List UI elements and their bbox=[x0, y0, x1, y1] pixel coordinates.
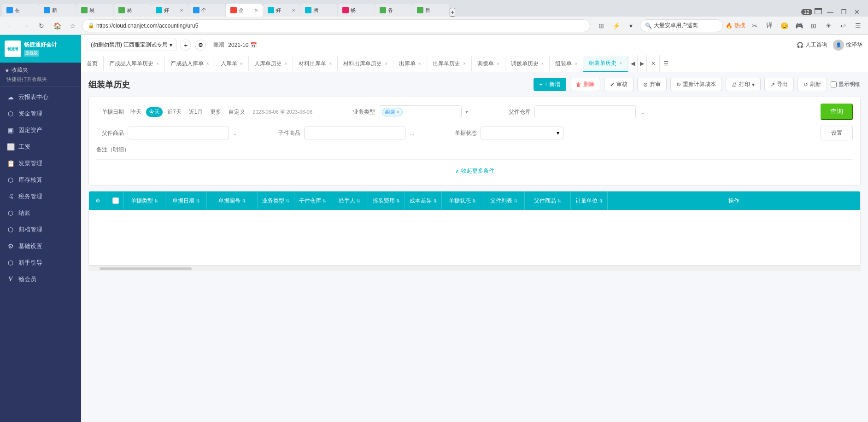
browser-tab-xin[interactable]: 新 bbox=[39, 4, 76, 17]
page-tab-in-history[interactable]: 入库单历史 × bbox=[249, 56, 293, 71]
forward-button[interactable]: → bbox=[19, 19, 32, 32]
tab-close-icon[interactable]: ✕ bbox=[180, 8, 183, 13]
sidebar-item-member[interactable]: V 畅会员 bbox=[0, 271, 81, 288]
browser-tab-zai[interactable]: 在 bbox=[2, 4, 39, 17]
collapse-button[interactable]: ∧ 收起更多条件 bbox=[96, 163, 853, 179]
page-tab-close-mat-out[interactable]: × bbox=[329, 61, 332, 66]
biz-type-input[interactable]: 组装 × bbox=[379, 105, 462, 118]
page-tab-mat-out-history[interactable]: 材料出库单历史 × bbox=[338, 56, 393, 71]
parent-warehouse-input[interactable] bbox=[534, 105, 636, 118]
browser-tab-yi2[interactable]: 易 bbox=[114, 4, 151, 17]
child-goods-input[interactable] bbox=[304, 127, 405, 139]
add-company-button[interactable]: + bbox=[180, 40, 191, 51]
sidebar-item-tax[interactable]: 🖨 税务管理 bbox=[0, 188, 81, 205]
page-tab-close-in-order[interactable]: × bbox=[240, 61, 243, 66]
page-tab-in-order[interactable]: 入库单 × bbox=[215, 56, 249, 71]
page-tab-transfer-history[interactable]: 调拨单历史 × bbox=[505, 56, 550, 71]
col-disassemble-header[interactable]: 拆装费用 ⇅ bbox=[368, 191, 405, 210]
page-tab-close-out-order[interactable]: × bbox=[418, 61, 421, 66]
date-btn-7days[interactable]: 近7天 bbox=[164, 107, 184, 117]
refresh-button[interactable]: ↺ 刷新 bbox=[798, 78, 827, 91]
browser-tab-hao2[interactable]: 好 ✕ bbox=[263, 4, 300, 17]
game-button[interactable]: 🎮 bbox=[792, 19, 805, 32]
settings-gear-button[interactable]: ⚙ bbox=[195, 40, 206, 51]
browser-tab-hao1[interactable]: 好 ✕ bbox=[151, 4, 188, 17]
sidebar-item-basic-settings[interactable]: ⚙ 基础设置 bbox=[0, 238, 81, 254]
page-tab-close-prod-in-history[interactable]: × bbox=[156, 61, 159, 66]
col-date-header[interactable]: 单据日期 ⇅ bbox=[165, 191, 207, 210]
date-btn-custom[interactable]: 自定义 bbox=[226, 107, 248, 117]
export-button[interactable]: ↗ 导出 bbox=[764, 78, 794, 91]
page-tab-prod-in-history[interactable]: 产成品入库单历史 × bbox=[104, 56, 165, 71]
col-type-header[interactable]: 单据类型 ⇅ bbox=[124, 191, 165, 210]
parent-goods-input[interactable] bbox=[128, 127, 229, 139]
scissors-button[interactable]: ✂ bbox=[748, 19, 761, 32]
dropdown-button[interactable]: ▾ bbox=[624, 19, 637, 32]
hot-search-button[interactable]: 🔥 热搜 bbox=[726, 22, 745, 29]
back-button[interactable]: ← bbox=[4, 19, 17, 32]
page-tab-out-history[interactable]: 出库单历史 × bbox=[427, 56, 472, 71]
minimize-icon[interactable]: — bbox=[824, 7, 836, 17]
browser-search-bar[interactable]: 🔍 大量安卓用户逃离 bbox=[640, 19, 723, 32]
query-button[interactable]: 查询 bbox=[821, 104, 853, 120]
grid-button[interactable]: ⊞ bbox=[807, 19, 820, 32]
col-parent-item-header[interactable]: 父件商品 ⇅ bbox=[525, 191, 571, 210]
maximize-icon[interactable]: 🗖 bbox=[814, 7, 822, 17]
abandon-button[interactable]: ⊘ 弃审 bbox=[637, 78, 667, 91]
tab-close-icon[interactable]: ✕ bbox=[292, 8, 295, 13]
page-tab-close-mat-out-history[interactable]: × bbox=[385, 61, 387, 66]
sidebar-item-guide[interactable]: ⬡ 新手引导 bbox=[0, 254, 81, 271]
select-all-checkbox[interactable] bbox=[112, 197, 119, 204]
tab-bar-close-button[interactable]: ✕ bbox=[646, 55, 659, 72]
date-btn-today[interactable]: 今天 bbox=[146, 107, 163, 117]
sidebar-item-cloud-report[interactable]: ☁ 云报表中心 bbox=[0, 89, 81, 105]
service-button[interactable]: 🎧 人工咨询 bbox=[797, 41, 827, 49]
browser-tab-qi[interactable]: 企 ✕ bbox=[226, 4, 263, 17]
sidebar-item-inventory[interactable]: ⬡ 库存核算 bbox=[0, 172, 81, 188]
user-menu[interactable]: 👤 徐泽华 bbox=[833, 40, 862, 51]
child-goods-more-icon[interactable]: ... bbox=[410, 130, 414, 136]
menu-button[interactable]: ☰ bbox=[851, 19, 864, 32]
col-cost-diff-header[interactable]: 成本差异 ⇅ bbox=[405, 191, 442, 210]
page-tab-close-transfer-history[interactable]: × bbox=[541, 61, 544, 66]
date-btn-yesterday[interactable]: 昨天 bbox=[128, 107, 144, 117]
delete-button[interactable]: 🗑 删除 bbox=[570, 78, 600, 91]
sidebar-item-salary[interactable]: ⬜ 工资 bbox=[0, 139, 81, 155]
order-status-select[interactable]: ▾ bbox=[481, 127, 563, 139]
close-window-icon[interactable]: ✕ bbox=[851, 7, 862, 17]
new-tab-button[interactable]: + bbox=[450, 8, 455, 17]
translate-button[interactable]: 译 bbox=[763, 19, 776, 32]
page-tab-close-out-history[interactable]: × bbox=[463, 61, 466, 66]
page-tab-mat-out[interactable]: 材料出库单 × bbox=[293, 56, 338, 71]
col-handler-header[interactable]: 经手人 ⇅ bbox=[331, 191, 368, 210]
sidebar-item-fixed-assets[interactable]: ▣ 固定资产 bbox=[0, 122, 81, 139]
biz-type-dropdown-icon[interactable]: ▾ bbox=[465, 109, 468, 115]
print-button[interactable]: 🖨 打印 ▾ bbox=[726, 78, 761, 91]
tab-scroll-left-button[interactable]: ◀ bbox=[628, 55, 637, 72]
page-tab-close-in-history[interactable]: × bbox=[285, 61, 287, 66]
sidebar-item-invoice[interactable]: 📋 发票管理 bbox=[0, 155, 81, 172]
browser-tab-teng[interactable]: 腾 bbox=[300, 4, 337, 17]
page-tab-out-order[interactable]: 出库单 × bbox=[393, 56, 427, 71]
horizontal-scrollbar[interactable] bbox=[88, 266, 861, 271]
col-check[interactable] bbox=[107, 191, 124, 210]
biz-type-tag-close[interactable]: × bbox=[397, 110, 399, 115]
browser-tab-ge2[interactable]: 各 bbox=[375, 4, 412, 17]
col-number-header[interactable]: 单据编号 ⇅ bbox=[207, 191, 258, 210]
browser-tab-yi1[interactable]: 易 bbox=[76, 4, 113, 17]
col-status-header[interactable]: 单据状态 ⇅ bbox=[442, 191, 483, 210]
scroll-thumb[interactable] bbox=[100, 267, 192, 270]
date-btn-1month[interactable]: 近1月 bbox=[186, 107, 206, 117]
browser-tab-ge[interactable]: 个 bbox=[188, 4, 225, 17]
restore-icon[interactable]: ❐ bbox=[838, 7, 850, 17]
address-bar[interactable]: 🔒 https://cloud.chanjet.com/accounting/u… bbox=[82, 19, 590, 32]
page-tab-close-transfer[interactable]: × bbox=[497, 61, 499, 66]
show-detail-checkbox-label[interactable]: 显示明细 bbox=[831, 81, 861, 88]
settings-button[interactable]: 设置 bbox=[821, 126, 853, 140]
sidebar-item-closing[interactable]: ⬡ 结账 bbox=[0, 205, 81, 221]
tab-bar-menu-button[interactable]: ☰ bbox=[659, 55, 672, 72]
tab-scroll-right-button[interactable]: ▶ bbox=[637, 55, 646, 72]
col-gear[interactable]: ⚙ bbox=[89, 191, 107, 210]
browser-tab-chang[interactable]: 畅 bbox=[338, 4, 375, 17]
col-biz-header[interactable]: 业务类型 ⇅ bbox=[258, 191, 294, 210]
